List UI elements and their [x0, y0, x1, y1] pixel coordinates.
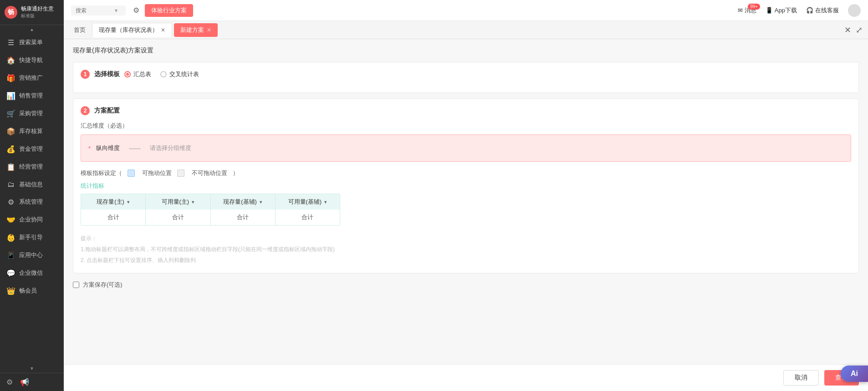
- save-checkbox[interactable]: [73, 282, 79, 288]
- sidebar-logo: 畅 畅康通好生意 标准版: [0, 0, 64, 25]
- template-radio-group: 汇总表 交叉统计表: [124, 70, 199, 78]
- stat-col-header-0[interactable]: 现存量(主) ▾: [81, 194, 146, 210]
- stat-cell-0-2: 合计: [211, 210, 276, 225]
- step1-header: 1 选择模板 汇总表 交叉统计表: [81, 70, 851, 79]
- tip-item-2: 2. 点击标题栏下拉可设置排序、插入列和删除列: [81, 255, 851, 266]
- dimension-config-box: * 纵向维度 —— 请选择分组维度: [81, 134, 851, 162]
- sidebar-item-marketing[interactable]: 🎁 营销推广: [0, 69, 64, 87]
- sidebar-item-basic[interactable]: 🗂 基础信息: [0, 176, 64, 193]
- chart-icon: 📊: [6, 92, 15, 100]
- online-service-button[interactable]: 🎧 在线客服: [806, 6, 839, 15]
- topbar-search-box[interactable]: ▾: [71, 5, 126, 15]
- avatar-image: [848, 4, 861, 17]
- sidebar-item-label: 系统管理: [19, 198, 43, 206]
- cart-icon: 🛒: [6, 109, 15, 118]
- sidebar-item-quicknav[interactable]: 🏠 快捷导航: [0, 51, 64, 69]
- sidebar-item-system[interactable]: ⚙ 系统管理: [0, 193, 64, 211]
- tab-new-plan[interactable]: 新建方案 ✕: [174, 23, 218, 37]
- stat-col-label-1: 可用量(主): [162, 198, 189, 206]
- indicator-label-text: 模板指标设定（: [81, 169, 122, 177]
- sidebar-item-label: 企业微信: [19, 269, 43, 277]
- sidebar-item-appcenter[interactable]: 📱 应用中心: [0, 247, 64, 264]
- sidebar-item-wechat[interactable]: 💬 企业微信: [0, 264, 64, 282]
- col-dropdown-1[interactable]: ▾: [192, 199, 194, 205]
- app-logo-icon: 畅: [5, 6, 17, 19]
- stats-section-label: 统计指标: [81, 182, 851, 190]
- window-close-icon[interactable]: ✕: [844, 25, 851, 35]
- home-icon: 🏠: [6, 56, 15, 65]
- app-download-button[interactable]: 📱 App下载: [766, 6, 797, 15]
- ai-fab-button[interactable]: Ai: [841, 365, 868, 382]
- radio-cross-label: 交叉统计表: [169, 70, 199, 78]
- sidebar-item-newbie[interactable]: 👶 新手引导: [0, 229, 64, 247]
- wechat-icon: 💬: [6, 269, 15, 278]
- col-dropdown-3[interactable]: ▾: [324, 199, 327, 205]
- app-download-label: App下载: [775, 6, 797, 15]
- page-title: 现存量(库存状况表)方案设置: [73, 46, 859, 55]
- clipboard-icon: 📋: [6, 163, 15, 171]
- stat-col-header-3[interactable]: 可用量(基辅) ▾: [276, 194, 340, 210]
- sidebar-item-label: 库存核算: [19, 127, 43, 135]
- stat-col-label-3: 可用量(基辅): [288, 198, 322, 206]
- settings-icon[interactable]: ⚙: [6, 378, 13, 386]
- user-avatar[interactable]: [848, 4, 861, 17]
- sidebar-item-sales[interactable]: 📊 销售管理: [0, 87, 64, 105]
- topbar-right: ✉ 消息 99+ 📱 App下载 🎧 在线客服: [738, 4, 861, 17]
- sidebar-item-finance[interactable]: 💰 资金管理: [0, 140, 64, 158]
- message-button[interactable]: ✉ 消息 99+: [738, 6, 756, 15]
- sidebar-scroll-down[interactable]: ▼: [0, 364, 64, 373]
- mobile-icon: 📱: [6, 251, 15, 260]
- industry-plan-button[interactable]: 体验行业方案: [145, 4, 193, 17]
- message-icon: ✉: [738, 7, 743, 14]
- message-badge: 99+: [748, 4, 760, 10]
- headset-icon: 🎧: [806, 7, 813, 14]
- dim-select-placeholder[interactable]: 请选择分组维度: [150, 144, 191, 152]
- box-icon: 📦: [6, 127, 15, 136]
- tab-inventory[interactable]: 现存量（库存状况表） ✕: [92, 23, 172, 37]
- sidebar-item-inventory[interactable]: 📦 库存核算: [0, 123, 64, 140]
- stat-col-label-2: 现存量(基辅): [223, 198, 257, 206]
- tab-new-plan-close[interactable]: ✕: [207, 27, 211, 33]
- col-dropdown-0[interactable]: ▾: [127, 199, 130, 205]
- radio-summary[interactable]: 汇总表: [124, 70, 151, 78]
- cancel-button[interactable]: 取消: [783, 370, 819, 386]
- step2-title: 方案配置: [94, 107, 120, 115]
- sidebar-item-label: 资金管理: [19, 145, 43, 153]
- save-label: 方案保存(可选): [83, 281, 123, 289]
- stat-col-header-1[interactable]: 可用量(主) ▾: [146, 194, 210, 210]
- tab-home-label: 首页: [74, 26, 86, 34]
- folder-icon: 🗂: [6, 180, 15, 189]
- speaker-icon[interactable]: 📢: [20, 378, 29, 386]
- window-expand-icon[interactable]: ⤢: [856, 25, 863, 35]
- stat-col-header-2[interactable]: 现存量(基辅) ▾: [211, 194, 276, 210]
- step2-number: 2: [81, 106, 90, 115]
- movable-indicator-badge: [128, 170, 135, 177]
- topbar-gear-icon[interactable]: ⚙: [133, 6, 139, 15]
- sidebar-item-label: 营销推广: [19, 74, 43, 82]
- sidebar-scroll-up[interactable]: ▲: [0, 25, 64, 34]
- sidebar-item-label: 搜索菜单: [19, 38, 43, 46]
- fixed-indicator-badge: [177, 170, 184, 177]
- sidebar-item-search[interactable]: ☰ 搜索菜单: [0, 34, 64, 51]
- system-icon: ⚙: [6, 198, 15, 206]
- topbar: ▾ ⚙ 体验行业方案 ✉ 消息 99+ 📱 App下载 🎧 在线客服: [64, 0, 868, 21]
- tip-item-1: 1.拖动标题栏可以调整布局，不可跨维度或指标区域拖动栏目字段(只能在同一维度或指…: [81, 244, 851, 255]
- tab-inventory-close[interactable]: ✕: [161, 27, 165, 33]
- radio-dot-summary: [124, 71, 131, 77]
- sidebar-item-label: 经营管理: [19, 163, 43, 171]
- stat-col-label-0: 现存量(主): [97, 198, 124, 206]
- sidebar-item-business[interactable]: 📋 经营管理: [0, 158, 64, 176]
- col-dropdown-2[interactable]: ▾: [260, 199, 262, 205]
- sidebar-item-cooperation[interactable]: 🤝 企业协同: [0, 211, 64, 229]
- sidebar-item-purchase[interactable]: 🛒 采购管理: [0, 105, 64, 123]
- search-input[interactable]: [76, 7, 112, 14]
- fixed-label: 不可拖动位置: [192, 169, 227, 177]
- tab-home[interactable]: 首页: [69, 23, 90, 37]
- step1-section: 1 选择模板 汇总表 交叉统计表: [73, 62, 859, 93]
- sidebar-item-label: 畅会员: [19, 287, 37, 295]
- radio-cross[interactable]: 交叉统计表: [160, 70, 199, 78]
- sidebar-item-member[interactable]: 👑 畅会员: [0, 282, 64, 300]
- app-name: 畅康通好生意: [21, 5, 54, 13]
- search-dropdown-icon[interactable]: ▾: [115, 7, 117, 14]
- search-menu-icon: ☰: [6, 38, 15, 47]
